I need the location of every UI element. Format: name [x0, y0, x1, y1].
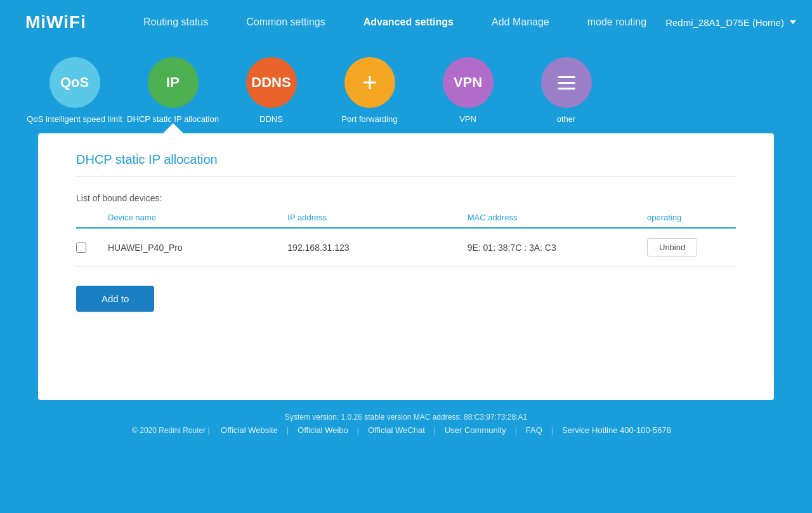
nav-mode-routing[interactable]: mode routing — [568, 17, 665, 28]
footer: System version: 1.0.26 stable version MA… — [0, 400, 812, 441]
icon-nav-other[interactable]: other — [517, 57, 615, 133]
icon-nav-dhcp[interactable]: IP DHCP static IP allocation — [124, 57, 222, 133]
main-nav: Routing status Common settings Advanced … — [124, 17, 665, 28]
qos-label: QoS intelligent speed limit — [27, 114, 122, 124]
nav-advanced-settings[interactable]: Advanced settings — [344, 17, 473, 28]
icon-nav-ddns[interactable]: DDNS DDNS — [222, 57, 320, 133]
svg-rect-4 — [558, 76, 575, 78]
footer-official-website[interactable]: Official Website — [212, 425, 287, 435]
svg-rect-5 — [558, 82, 575, 84]
col-mac-address: MAC address — [468, 213, 647, 222]
footer-links: © 2020 Redmi Router | Official Website |… — [0, 425, 812, 435]
dhcp-icon: IP — [148, 57, 199, 108]
footer-copyright: © 2020 Redmi Router — [132, 426, 206, 435]
svg-rect-6 — [558, 88, 575, 90]
icon-nav-qos[interactable]: QoS QoS intelligent speed limit — [25, 57, 124, 133]
logo: MiWiFi — [25, 12, 86, 32]
col-ip-address: IP address — [287, 213, 467, 222]
device-mac: 9E: 01: 38:7C : 3A: C3 — [468, 243, 647, 253]
unbind-button[interactable]: Unbind — [647, 238, 697, 256]
ddns-icon: DDNS — [246, 57, 297, 108]
vpn-icon: VPN — [443, 57, 494, 108]
row-checkbox[interactable] — [76, 243, 86, 253]
icon-nav-vpn[interactable]: VPN VPN — [419, 57, 517, 133]
nav-add-manage[interactable]: Add Manage — [473, 17, 568, 28]
col-device-name: Device name — [108, 213, 287, 222]
main-content: DHCP static IP allocation List of bound … — [38, 133, 774, 400]
icon-nav-portfwd[interactable]: Port forwarding — [320, 57, 419, 133]
table-row: HUAWEI_P40_Pro 192.168.31.123 9E: 01: 38… — [76, 229, 736, 267]
row-checkbox-cell — [76, 243, 108, 253]
chevron-down-icon — [790, 20, 796, 24]
list-label: List of bound devices: — [76, 193, 736, 203]
footer-official-wechat[interactable]: Official WeChat — [359, 425, 434, 435]
table-header: Device name IP address MAC address opera… — [76, 213, 736, 229]
nav-common-settings[interactable]: Common settings — [227, 17, 344, 28]
other-label: other — [557, 114, 576, 124]
footer-user-community[interactable]: User Community — [436, 425, 515, 435]
dhcp-label: DHCP static IP allocation — [127, 114, 219, 124]
system-info: System version: 1.0.26 stable version MA… — [0, 413, 812, 422]
portfwd-label: Port forwarding — [341, 114, 397, 124]
qos-icon: QoS — [49, 57, 100, 108]
footer-service-hotline[interactable]: Service Hotline 400-100-5678 — [553, 425, 680, 435]
ddns-label: DDNS — [259, 114, 283, 124]
footer-faq[interactable]: FAQ — [517, 425, 551, 435]
col-checkbox — [76, 213, 108, 222]
operating-cell: Unbind — [647, 238, 736, 256]
nav-routing-status[interactable]: Routing status — [124, 17, 227, 28]
header: MiWiFi Routing status Common settings Ad… — [0, 0, 812, 44]
device-ip: 192.168.31.123 — [287, 243, 467, 253]
router-selector[interactable]: Redmi_28A1_D75E (Home) — [665, 17, 796, 28]
footer-official-weibo[interactable]: Official Weibo — [289, 425, 357, 435]
router-name: Redmi_28A1_D75E (Home) — [665, 17, 784, 28]
section-title: DHCP static IP allocation — [76, 152, 736, 177]
icon-nav: QoS QoS intelligent speed limit IP DHCP … — [0, 44, 812, 133]
col-operating: operating — [647, 213, 736, 222]
other-icon — [541, 57, 592, 108]
portfwd-icon — [344, 57, 395, 108]
device-name: HUAWEI_P40_Pro — [108, 243, 287, 253]
add-to-button[interactable]: Add to — [76, 286, 154, 312]
vpn-label: VPN — [459, 114, 476, 124]
